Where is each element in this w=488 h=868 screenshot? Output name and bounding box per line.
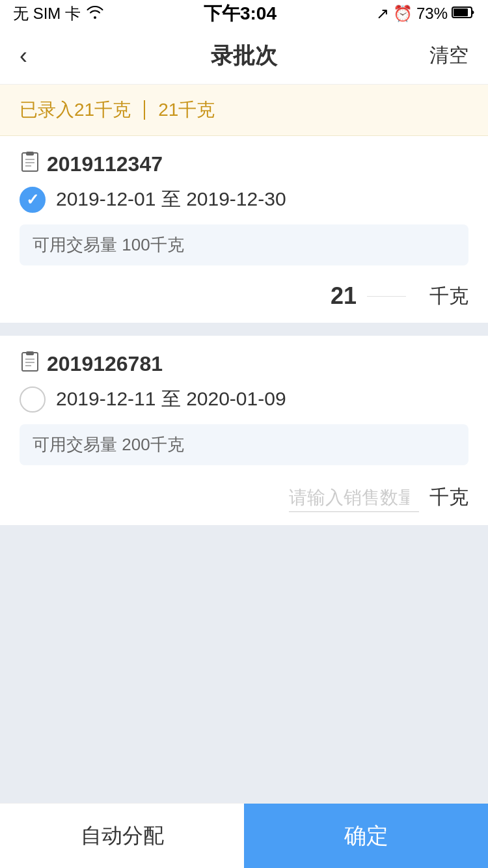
batch1-icon [20,152,40,177]
info-banner: 已录入21千克 21千克 [0,85,488,136]
batch2-id: 2019126781 [47,352,163,376]
batch2-header: 2019126781 [0,336,488,383]
batch1-radio[interactable]: ✓ [20,187,46,213]
clear-button[interactable]: 清空 [429,42,468,69]
gray-area [0,525,488,811]
status-bar-left: 无 SIM 卡 [13,3,104,24]
batch2-qty-input[interactable] [289,482,419,512]
batch2-date: 2019-12-11 至 2020-01-09 [56,386,286,413]
batch-card-2: 2019126781 2019-12-11 至 2020-01-09 可用交易量… [0,336,488,525]
batch1-qty-row: 21 千克 [0,276,488,323]
confirm-button[interactable]: 确定 [244,804,488,868]
batch1-available-qty: 可用交易量 100千克 [20,224,468,265]
battery-level: 73% [416,5,448,23]
sim-status: 无 SIM 卡 [13,3,81,24]
svg-rect-7 [22,353,38,371]
svg-rect-8 [26,351,34,355]
batch-card-1: 2019112347 ✓ 2019-12-01 至 2019-12-30 可用交… [0,136,488,323]
recorded-amount: 已录入21千克 [20,98,131,122]
page-title: 录批次 [211,41,277,71]
batch2-qty-row: 千克 [0,476,488,525]
batch2-qty-unit: 千克 [429,484,468,511]
nav-bar: ‹ 录批次 清空 [0,27,488,85]
batch1-date: 2019-12-01 至 2019-12-30 [56,186,286,213]
bottom-actions: 自动分配 确定 [0,803,488,868]
batch1-check-icon: ✓ [26,191,39,209]
location-icon: ↗ [376,5,389,23]
batch1-qty-unit: 千克 [429,283,468,310]
banner-divider [144,100,145,120]
battery-icon [452,5,475,23]
batch2-date-row[interactable]: 2019-12-11 至 2020-01-09 [0,383,488,419]
batch2-radio[interactable] [20,387,46,413]
batch2-available-qty: 可用交易量 200千克 [20,424,468,465]
batch2-icon [20,351,40,377]
alarm-icon: ⏰ [393,5,413,23]
wifi-icon [86,5,104,23]
status-bar: 无 SIM 卡 下午3:04 ↗ ⏰ 73% [0,0,488,27]
svg-rect-2 [22,153,38,171]
back-button[interactable]: ‹ [20,42,27,70]
batch1-date-row[interactable]: ✓ 2019-12-01 至 2019-12-30 [0,183,488,219]
svg-rect-1 [454,8,468,16]
svg-rect-3 [26,152,34,156]
batch1-qty-value: 21 [331,282,357,310]
status-bar-time: 下午3:04 [204,1,277,26]
section-separator [0,323,488,336]
batch1-id: 2019112347 [47,152,163,176]
status-bar-right: ↗ ⏰ 73% [376,5,475,23]
total-amount: 21千克 [158,98,215,122]
batch1-header: 2019112347 [0,136,488,183]
auto-distribute-button[interactable]: 自动分配 [0,804,244,868]
